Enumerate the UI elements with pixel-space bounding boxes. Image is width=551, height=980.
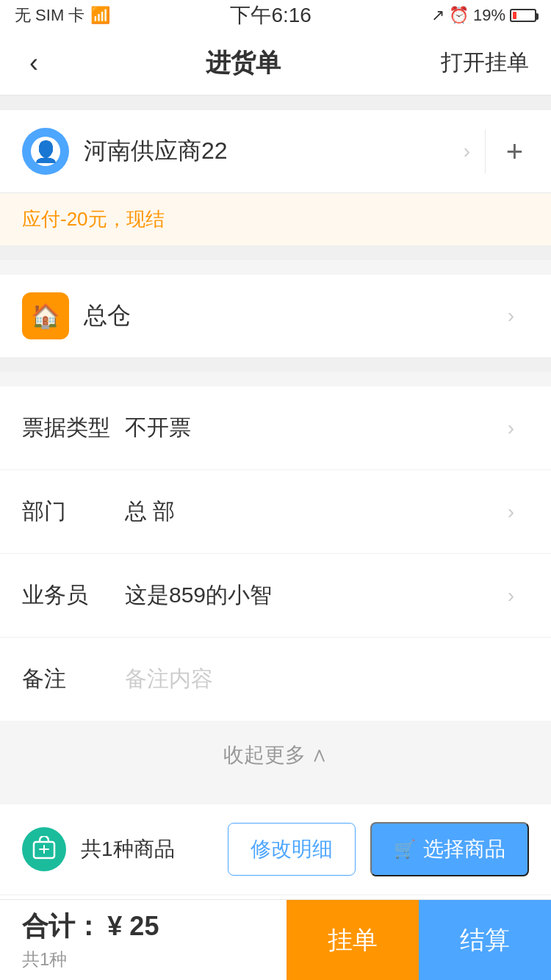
warehouse-arrow-icon: › bbox=[508, 304, 514, 328]
product-header: 共1种商品 修改明细 🛒 选择商品 bbox=[0, 804, 551, 894]
supplier-arrow-icon: › bbox=[464, 140, 470, 163]
warehouse-name: 总仓 bbox=[84, 300, 508, 332]
add-supplier-button[interactable]: + bbox=[485, 129, 529, 173]
ticket-type-value: 不开票 bbox=[125, 413, 508, 443]
salesperson-label: 业务员 bbox=[22, 580, 125, 610]
separator-3 bbox=[0, 357, 551, 372]
remark-row[interactable]: 备注 备注内容 bbox=[0, 638, 551, 721]
status-right: ↗ ⏰ 19% bbox=[431, 6, 536, 25]
battery-icon bbox=[510, 9, 536, 22]
supplier-name: 河南供应商22 bbox=[84, 135, 464, 167]
salesperson-arrow-icon: › bbox=[508, 584, 514, 608]
bottom-total: 合计： ¥ 25 共1种 bbox=[0, 900, 287, 980]
product-icon bbox=[22, 827, 66, 871]
select-product-icon: 🛒 bbox=[394, 839, 416, 860]
alarm-icon: ⏰ bbox=[449, 6, 469, 25]
status-time: 下午6:16 bbox=[230, 1, 311, 29]
department-label: 部门 bbox=[22, 497, 125, 527]
total-sub: 共1种 bbox=[22, 948, 264, 971]
status-left: 无 SIM 卡 📶 bbox=[15, 4, 110, 26]
department-value: 总 部 bbox=[125, 497, 508, 527]
location-icon: ↗ bbox=[431, 6, 444, 25]
salesperson-row[interactable]: 业务员 这是859的小智 › bbox=[0, 554, 551, 638]
checkout-button[interactable]: 结算 bbox=[419, 900, 551, 980]
carrier-text: 无 SIM 卡 bbox=[15, 4, 84, 26]
collapse-row[interactable]: 收起更多 ∧ bbox=[0, 721, 551, 790]
total-main: 合计： ¥ 25 bbox=[22, 909, 264, 945]
warehouse-icon: 🏠 bbox=[22, 292, 69, 339]
ticket-type-row[interactable]: 票据类型 不开票 › bbox=[0, 386, 551, 470]
bottom-bar: 合计： ¥ 25 共1种 挂单 结算 bbox=[0, 899, 551, 980]
open-hang-button[interactable]: 打开挂单 bbox=[441, 48, 529, 78]
ticket-type-label: 票据类型 bbox=[22, 413, 125, 443]
back-button[interactable]: ‹ bbox=[22, 40, 46, 86]
supplier-row[interactable]: 河南供应商22 › + bbox=[0, 110, 551, 193]
form-section: 票据类型 不开票 › 部门 总 部 › 业务员 这是859的小智 › 备注 备注… bbox=[0, 386, 551, 721]
total-label: 合计： bbox=[22, 911, 101, 941]
separator-2 bbox=[0, 245, 551, 260]
department-arrow-icon: › bbox=[508, 500, 514, 524]
supplier-section: 河南供应商22 › + 应付-20元，现结 bbox=[0, 110, 551, 245]
collapse-text: 收起更多 ∧ bbox=[223, 741, 328, 769]
battery-text: 19% bbox=[473, 6, 505, 25]
salesperson-value: 这是859的小智 bbox=[125, 580, 508, 610]
department-row[interactable]: 部门 总 部 › bbox=[0, 470, 551, 554]
select-product-button[interactable]: 🛒 选择商品 bbox=[370, 822, 529, 876]
select-product-label: 选择商品 bbox=[423, 835, 505, 863]
total-amount: ¥ 25 bbox=[107, 911, 159, 941]
supplier-avatar bbox=[22, 128, 69, 175]
modify-detail-button[interactable]: 修改明细 bbox=[228, 823, 356, 876]
remark-input[interactable]: 备注内容 bbox=[125, 664, 529, 694]
supplier-notice: 应付-20元，现结 bbox=[0, 193, 551, 245]
avatar-icon bbox=[31, 137, 60, 166]
hang-button[interactable]: 挂单 bbox=[287, 900, 419, 980]
status-bar: 无 SIM 卡 📶 下午6:16 ↗ ⏰ 19% bbox=[0, 0, 551, 31]
warehouse-row[interactable]: 🏠 总仓 › bbox=[0, 275, 551, 357]
separator-1 bbox=[0, 96, 551, 110]
nav-bar: ‹ 进货单 打开挂单 bbox=[0, 31, 551, 96]
product-count: 共1种商品 bbox=[81, 835, 213, 863]
ticket-type-arrow-icon: › bbox=[508, 417, 514, 440]
page-title: 进货单 bbox=[206, 46, 281, 80]
wifi-icon: 📶 bbox=[90, 6, 110, 25]
remark-label: 备注 bbox=[22, 664, 125, 694]
